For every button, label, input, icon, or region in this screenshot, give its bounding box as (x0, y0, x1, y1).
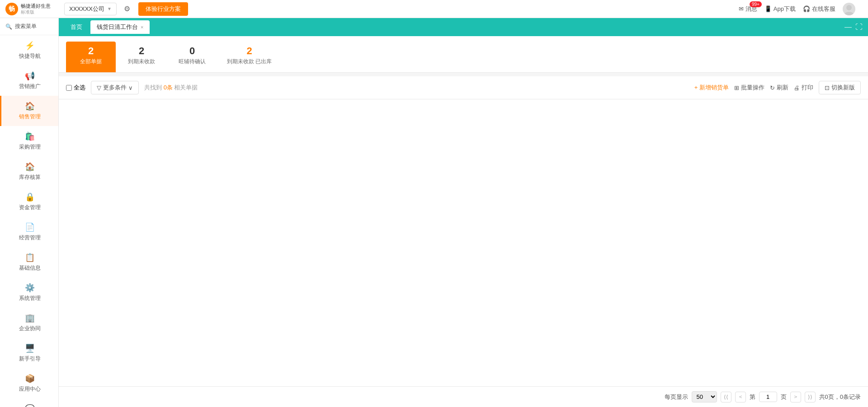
company-dropdown-icon: ▼ (107, 6, 112, 11)
tab-bar-actions: — ⛶ (844, 23, 863, 31)
message-button[interactable]: ✉ 消息 99+ (739, 5, 757, 13)
sidebar-item-sales[interactable]: 🏠 销售管理 (0, 96, 58, 126)
tab-minimize-icon[interactable]: — (844, 23, 852, 31)
sidebar-item-wechat[interactable]: 💬 企业微信 (0, 398, 58, 407)
operations-icon: 📄 (25, 222, 35, 232)
sidebar-search-label: 搜索菜单 (15, 23, 37, 30)
per-page-label: 每页显示 (665, 393, 688, 401)
sidebar-item-label: 销售管理 (19, 113, 41, 121)
newbie-icon: 🖥️ (25, 343, 35, 353)
sidebar-item-finance[interactable]: 🔒 资金管理 (0, 187, 58, 217)
sidebar-search-item[interactable]: 🔍 搜索菜单 (0, 18, 58, 35)
tab-close-icon[interactable]: × (141, 24, 143, 30)
content-area: 首页 钱货日清工作台 × — ⛶ 2 全部单据 2 到期未收款 (59, 18, 868, 407)
data-area (59, 99, 868, 386)
batch-icon: ⊞ (734, 84, 739, 91)
first-page-button[interactable]: ⟨⟨ (721, 392, 731, 402)
stat-num-all: 2 (88, 45, 94, 57)
sidebar-item-purchase[interactable]: 🛍️ 采购管理 (0, 126, 58, 156)
sidebar-item-label: 基础信息 (19, 264, 41, 272)
sidebar-item-label: 快捷导航 (19, 52, 41, 60)
stat-num-overdue-shipped: 2 (247, 45, 252, 57)
sidebar-item-quick-nav[interactable]: ⚡ 快捷导航 (0, 35, 58, 65)
stat-tab-wangwang[interactable]: 0 旺辅待确认 (167, 42, 217, 72)
appstore-icon: 📦 (25, 374, 35, 384)
quick-nav-icon: ⚡ (25, 41, 35, 51)
add-sales-order-button[interactable]: + 新增销货单 (694, 84, 729, 92)
sidebar-item-label: 系统管理 (19, 295, 41, 302)
sidebar-item-marketing[interactable]: 📢 营销推广 (0, 65, 58, 96)
inventory-icon: 🏠 (25, 162, 35, 172)
message-icon: ✉ (739, 5, 744, 12)
stat-tab-overdue[interactable]: 2 到期未收款 (117, 42, 166, 72)
last-page-button[interactable]: ⟩⟩ (805, 392, 816, 402)
batch-operation-button[interactable]: ⊞ 批量操作 (734, 84, 764, 92)
tab-bar: 首页 钱货日清工作台 × — ⛶ (59, 18, 868, 36)
sidebar-item-inventory[interactable]: 🏠 库存核算 (0, 156, 58, 187)
sidebar-item-label: 库存核算 (19, 173, 41, 181)
stat-label-wangwang: 旺辅待确认 (179, 58, 206, 65)
sidebar-item-label: 营销推广 (19, 83, 41, 90)
logo-icon: 畅 (5, 3, 18, 15)
print-icon: 🖨 (794, 84, 800, 91)
select-all-checkbox[interactable]: 全选 (66, 84, 85, 92)
sidebar-item-label: 企业协同 (19, 325, 41, 332)
page-input[interactable] (759, 392, 777, 402)
filter-dropdown-icon: ∨ (128, 84, 133, 91)
sidebar-item-label: 采购管理 (19, 143, 41, 151)
mobile-icon: 📱 (764, 5, 772, 12)
refresh-icon: ↻ (770, 84, 775, 91)
sidebar-item-enterprise[interactable]: 🏢 企业协同 (0, 308, 58, 338)
sidebar-item-label: 应用中心 (19, 385, 41, 393)
print-button[interactable]: 🖨 打印 (794, 84, 813, 92)
online-service-button[interactable]: 🎧 在线客服 (803, 5, 835, 13)
svg-point-1 (844, 12, 854, 15)
sidebar-item-system[interactable]: ⚙️ 系统管理 (0, 277, 58, 308)
found-prefix: 共找到 0条 相关单据 (144, 84, 198, 92)
logo-text: 畅捷通好生意 标准版 (21, 3, 51, 15)
wechat-icon: 💬 (25, 404, 35, 407)
experience-button[interactable]: 体验行业方案 (138, 2, 188, 16)
company-name: XXXXXX公司 (69, 5, 104, 13)
refresh-button[interactable]: ↻ 刷新 (770, 84, 788, 92)
sidebar-item-appstore[interactable]: 📦 应用中心 (0, 368, 58, 398)
finance-icon: 🔒 (25, 192, 35, 202)
tab-expand-icon[interactable]: ⛶ (855, 23, 863, 31)
stat-label-overdue: 到期未收款 (128, 58, 155, 65)
stat-label-overdue-shipped: 到期未收款 已出库 (227, 58, 272, 65)
prev-page-button[interactable]: ＜ (735, 392, 746, 402)
headset-icon: 🎧 (803, 5, 810, 12)
stat-num-wangwang: 0 (189, 45, 195, 57)
filter-button[interactable]: ▽ 更多条件 ∨ (91, 81, 139, 94)
select-all-label: 全选 (74, 84, 85, 92)
marketing-icon: 📢 (25, 71, 35, 81)
filter-icon: ▽ (97, 84, 101, 91)
tab-home[interactable]: 首页 (64, 20, 89, 34)
sales-icon: 🏠 (25, 101, 35, 111)
stat-tab-all[interactable]: 2 全部单据 (66, 42, 116, 72)
page-content: 2 全部单据 2 到期未收款 0 旺辅待确认 2 到期未收款 已出库 (59, 36, 868, 407)
switch-icon: ⊡ (825, 84, 830, 91)
search-icon: 🔍 (5, 23, 12, 30)
stat-tab-overdue-shipped[interactable]: 2 到期未收款 已出库 (218, 42, 281, 72)
stat-label-all: 全部单据 (80, 58, 102, 65)
tab-active[interactable]: 钱货日清工作台 × (90, 20, 150, 34)
select-all-input[interactable] (66, 85, 72, 91)
sidebar-item-newbie[interactable]: 🖥️ 新手引导 (0, 338, 58, 368)
app-download-button[interactable]: 📱 App下载 (764, 5, 796, 13)
sidebar-item-basic[interactable]: 📋 基础信息 (0, 247, 58, 277)
pagination: 每页显示 50 100 200 ⟨⟨ ＜ 第 页 ＞ ⟩⟩ 共0页，0条记录 (59, 386, 868, 407)
header-right: ✉ 消息 99+ 📱 App下载 🎧 在线客服 (739, 3, 863, 15)
toolbar: 全选 ▽ 更多条件 ∨ 共找到 0条 相关单据 + 新增销货单 (59, 76, 868, 99)
svg-point-0 (846, 5, 852, 10)
per-page-select[interactable]: 50 100 200 (692, 391, 717, 402)
page-unit: 页 (781, 393, 787, 401)
avatar[interactable] (843, 3, 855, 15)
main-layout: 🔍 搜索菜单 ⚡ 快捷导航 📢 营销推广 🏠 销售管理 🛍️ 采购管理 🏠 库存… (0, 18, 868, 407)
switch-version-button[interactable]: ⊡ 切换新版 (819, 81, 861, 94)
company-selector[interactable]: XXXXXX公司 ▼ (64, 3, 117, 15)
sidebar-item-operations[interactable]: 📄 经营管理 (0, 217, 58, 247)
stat-num-overdue: 2 (139, 45, 144, 57)
settings-button[interactable]: ⚙ (120, 2, 134, 16)
next-page-button[interactable]: ＞ (790, 392, 801, 402)
